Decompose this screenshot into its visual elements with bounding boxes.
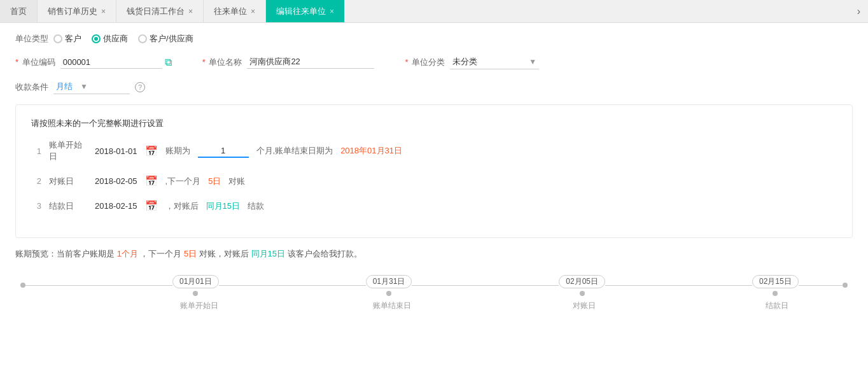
- timeline-label-3: 对账日: [565, 300, 603, 311]
- timeline-bubble-2: 01月31日: [366, 275, 412, 288]
- period-unit: 个月,账单结束日期为: [256, 145, 333, 157]
- billing-start-row: 1 账单开始日 2018-01-01 📅 账期为 个月,账单结束日期为 2018…: [31, 139, 837, 162]
- payment-terms-select[interactable]: 月结 ▼: [53, 80, 130, 94]
- row-num-2: 2: [31, 176, 41, 186]
- chevron-down-icon: ▼: [80, 82, 88, 91]
- unit-name-group: * 单位名称: [202, 56, 375, 69]
- settings-title: 请按照未来的一个完整帐期进行设置: [31, 118, 837, 129]
- preview-text: 账期预览：当前客户账期是 1个月 ，下一个月 5日 对账，对账后 同月15日 该…: [15, 248, 853, 260]
- timeline-point-4: 02月15日: [752, 275, 799, 296]
- row-num-1: 1: [31, 146, 41, 156]
- radio-circle-both: [138, 34, 147, 43]
- unit-name-label: * 单位名称: [202, 57, 242, 68]
- radio-circle-supplier: [92, 34, 101, 43]
- tab-edit-partner[interactable]: 编辑往来单位 ×: [266, 0, 344, 22]
- payment-terms-label: 收款条件: [15, 81, 48, 93]
- unit-classify-select[interactable]: 未分类 ▼: [450, 55, 539, 69]
- unit-classify-label: * 单位分类: [405, 57, 445, 68]
- close-icon[interactable]: ×: [330, 7, 334, 16]
- timeline-bubble-3: 02月05日: [559, 275, 605, 288]
- timeline-label-1: 账单开始日: [180, 300, 218, 311]
- tab-cash-daily[interactable]: 钱货日清工作台 ×: [116, 0, 204, 22]
- calendar-icon-1[interactable]: 📅: [145, 145, 158, 157]
- timeline-point-3: 02月05日: [559, 275, 605, 296]
- timeline-bubble-4: 02月15日: [752, 275, 799, 288]
- main-content: 单位类型 客户 供应商 客户/供应商 * 单位编码 ⧉: [0, 23, 868, 387]
- reconcile-date-label: 对账日: [49, 176, 87, 187]
- timeline-point-2: 01月31日: [366, 275, 412, 296]
- tab-bar: 首页 销售订单历史 × 钱货日清工作台 × 往来单位 × 编辑往来单位 × ›: [0, 0, 868, 23]
- timeline-bubble-1: 01月01日: [172, 275, 219, 288]
- timeline-label-2: 账单结束日: [373, 300, 411, 311]
- close-icon[interactable]: ×: [188, 7, 193, 16]
- billing-start-label: 账单开始日: [49, 139, 87, 162]
- reconcile-prefix: ,下一个月: [165, 176, 201, 187]
- tab-sales-history[interactable]: 销售订单历史 ×: [38, 0, 116, 22]
- tab-more-button[interactable]: ›: [850, 0, 868, 22]
- timeline-point-1: 01月01日: [172, 275, 219, 296]
- timeline-line-3: [412, 285, 559, 286]
- payment-terms-row: 收款条件 月结 ▼ ?: [15, 80, 853, 94]
- calendar-icon-2[interactable]: 📅: [145, 175, 158, 187]
- preview-highlight-2: 5日: [184, 249, 197, 258]
- preview-highlight-1: 1个月: [117, 249, 138, 258]
- preview-highlight-3: 同月15日: [251, 249, 285, 258]
- copy-icon[interactable]: ⧉: [165, 57, 172, 68]
- settings-box: 请按照未来的一个完整帐期进行设置 1 账单开始日 2018-01-01 📅 账期…: [15, 104, 853, 238]
- row-num-3: 3: [31, 201, 41, 211]
- unit-name-input[interactable]: [247, 56, 374, 69]
- payment-prefix: ，对账后: [165, 201, 199, 212]
- radio-supplier[interactable]: 供应商: [92, 33, 128, 45]
- timeline-labels: 账单开始日 账单结束日 对账日 结款日: [20, 300, 848, 311]
- radio-both[interactable]: 客户/供应商: [138, 33, 193, 45]
- calendar-icon-3[interactable]: 📅: [145, 200, 158, 212]
- help-icon[interactable]: ?: [135, 82, 145, 92]
- period-input[interactable]: [198, 144, 249, 158]
- payment-day: 同月15日: [206, 201, 240, 212]
- unit-type-radio-group: 客户 供应商 客户/供应商: [53, 33, 193, 45]
- unit-classify-group: * 单位分类 未分类 ▼: [405, 55, 539, 69]
- unit-code-input[interactable]: [60, 56, 162, 69]
- close-icon[interactable]: ×: [101, 7, 106, 16]
- unit-type-row: 单位类型 客户 供应商 客户/供应商: [15, 33, 853, 45]
- unit-details-row: * 单位编码 ⧉ * 单位名称 * 单位分类 未分类 ▼: [15, 55, 853, 69]
- tab-partner[interactable]: 往来单位 ×: [204, 0, 266, 22]
- timeline-start-dot: [20, 283, 25, 288]
- timeline-label-4: 结款日: [758, 300, 796, 311]
- payment-suffix: 结款: [248, 201, 264, 212]
- tab-home[interactable]: 首页: [0, 0, 38, 22]
- chevron-down-icon: ▼: [529, 57, 536, 66]
- unit-code-group: * 单位编码 ⧉: [15, 56, 172, 69]
- billing-start-date: 2018-01-01: [95, 146, 137, 156]
- timeline-line-2: [219, 285, 366, 286]
- unit-code-label: * 单位编码: [15, 57, 55, 68]
- timeline-nodes: 01月01日 01月31日 02月05日 02月15日: [20, 272, 848, 298]
- reconcile-suffix: 对账: [228, 176, 245, 187]
- reconcile-day: 5日: [208, 176, 221, 187]
- timeline-line-4: [605, 285, 752, 286]
- payment-date: 2018-02-15: [95, 201, 137, 211]
- timeline-node-3: [580, 291, 585, 296]
- unit-type-label: 单位类型: [15, 33, 48, 45]
- radio-circle-customer: [53, 34, 62, 43]
- reconcile-date: 2018-02-05: [95, 176, 137, 186]
- close-icon[interactable]: ×: [251, 7, 255, 16]
- payment-date-label: 结款日: [49, 201, 87, 212]
- reconcile-date-row: 2 对账日 2018-02-05 📅 ,下一个月 5日 对账: [31, 175, 837, 187]
- timeline-node-2: [386, 291, 391, 296]
- payment-date-row: 3 结款日 2018-02-15 📅 ，对账后 同月15日 结款: [31, 200, 837, 212]
- timeline-node-1: [193, 291, 198, 296]
- radio-customer[interactable]: 客户: [53, 33, 81, 45]
- timeline-line-1: [25, 285, 172, 286]
- timeline-end-dot: [843, 283, 848, 288]
- timeline-section: 01月01日 01月31日 02月05日 02月15日: [15, 272, 853, 332]
- timeline-node-4: [773, 291, 778, 296]
- timeline-line-end: [799, 285, 843, 286]
- billing-end-date: 2018年01月31日: [340, 145, 402, 157]
- unit-code-input-wrapper: ⧉: [60, 56, 172, 69]
- period-label: 账期为: [165, 145, 190, 157]
